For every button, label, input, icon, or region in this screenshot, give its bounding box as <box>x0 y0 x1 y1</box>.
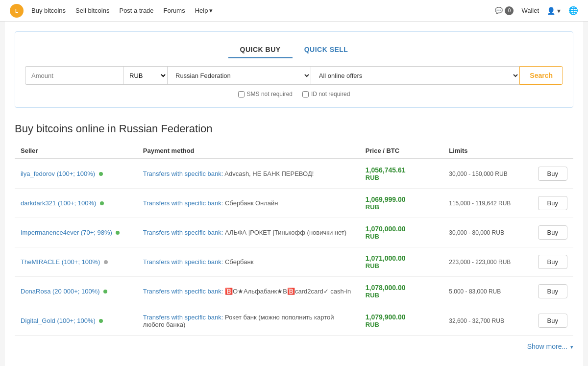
sms-checkbox[interactable] <box>238 91 245 98</box>
svg-text:L: L <box>15 8 18 14</box>
col-header-limits: Limits <box>443 143 532 159</box>
table-row: Impermanence4ever (70+; 98%) Transfers w… <box>15 218 573 247</box>
table-row: ilya_fedorov (100+; 100%) Transfers with… <box>15 159 573 189</box>
price-value-4: 1,078,000.00 <box>366 284 406 292</box>
offers-tbody: ilya_fedorov (100+; 100%) Transfers with… <box>15 159 573 336</box>
seller-link-4[interactable]: DonaRosa (20 000+; 100%) <box>21 288 100 295</box>
chevron-down-icon: ▾ <box>570 344 573 350</box>
buy-button-3[interactable]: Buy <box>538 255 567 269</box>
limits-value-0: 30,000 - 150,000 RUB <box>449 171 507 177</box>
payment-detail-3: Сбербанк <box>225 258 253 266</box>
user-menu[interactable]: 👤 ▾ <box>547 7 561 15</box>
cell-price-3: 1,071,000.00 RUB <box>360 247 443 277</box>
show-more-text: Show more... <box>527 342 567 350</box>
seller-link-1[interactable]: darkdark321 (100+; 100%) <box>21 199 96 207</box>
chat-count: 0 <box>505 6 514 15</box>
logo[interactable]: L <box>10 4 24 18</box>
payment-type-4: Transfers with specific bank: <box>143 288 223 295</box>
cell-seller-1: darkdark321 (100+; 100%) <box>15 189 137 218</box>
payment-detail-2: АЛЬФА |РОКЕТ |Тинькофф (новички нет) <box>225 229 346 236</box>
cell-payment-4: Transfers with specific bank: 🅱️O★Альфаб… <box>137 277 360 306</box>
cell-price-1: 1,069,999.00 RUB <box>360 189 443 218</box>
tab-quick-buy[interactable]: QUICK BUY <box>228 42 293 58</box>
price-value-0: 1,056,745.61 <box>366 166 406 174</box>
online-indicator <box>103 290 107 293</box>
cell-limits-5: 32,600 - 32,700 RUB <box>443 306 532 336</box>
price-currency-1: RUB <box>366 203 437 211</box>
col-header-action <box>532 143 573 159</box>
cell-action-4: Buy <box>532 277 573 306</box>
online-indicator <box>99 319 103 323</box>
seller-link-0[interactable]: ilya_fedorov (100+; 100%) <box>21 170 95 177</box>
cell-seller-5: Digital_Gold (100+; 100%) <box>15 306 137 336</box>
seller-link-3[interactable]: TheMIRACLE (100+; 100%) <box>21 258 100 266</box>
buy-button-1[interactable]: Buy <box>538 196 567 210</box>
chat-button[interactable]: 💬 0 <box>495 6 514 15</box>
cell-action-2: Buy <box>532 218 573 247</box>
header-right: 💬 0 Wallet 👤 ▾ 🌐 <box>495 6 578 15</box>
chevron-down-icon: ▾ <box>209 7 213 14</box>
payment-type-2: Transfers with specific bank: <box>143 229 223 236</box>
col-header-seller: Seller <box>15 143 137 159</box>
limits-value-4: 5,000 - 83,000 RUB <box>449 288 501 295</box>
cell-action-0: Buy <box>532 159 573 189</box>
id-checkbox[interactable] <box>302 91 309 98</box>
nav-post-trade[interactable]: Post a trade <box>119 7 153 14</box>
cell-price-5: 1,079,900.00 RUB <box>360 306 443 336</box>
nav-help[interactable]: Help ▾ <box>195 7 213 14</box>
payment-select[interactable]: All online offers <box>311 66 520 85</box>
buy-button-4[interactable]: Buy <box>538 284 567 298</box>
seller-link-2[interactable]: Impermanence4ever (70+; 98%) <box>21 229 112 236</box>
price-currency-4: RUB <box>366 292 437 299</box>
buy-button-0[interactable]: Buy <box>538 167 567 181</box>
show-more-link[interactable]: Show more... ▾ <box>527 342 573 350</box>
price-currency-5: RUB <box>366 321 437 328</box>
offline-indicator <box>104 260 108 264</box>
payment-type-1: Transfers with specific bank: <box>143 199 223 207</box>
tab-quick-sell[interactable]: QUICK SELL <box>293 42 360 58</box>
wallet-link[interactable]: Wallet <box>521 7 539 14</box>
col-header-price: Price / BTC <box>360 143 443 159</box>
price-currency-0: RUB <box>366 174 437 181</box>
buy-button-2[interactable]: Buy <box>538 225 567 240</box>
cell-limits-4: 5,000 - 83,000 RUB <box>443 277 532 306</box>
price-value-3: 1,071,000.00 <box>366 254 406 262</box>
id-label-text: ID not required <box>311 91 350 98</box>
cell-price-0: 1,056,745.61 RUB <box>360 159 443 189</box>
cell-payment-5: Transfers with specific bank: Рокет банк… <box>137 306 360 336</box>
sms-not-required-label[interactable]: SMS not required <box>238 91 293 98</box>
col-header-payment: Payment method <box>137 143 360 159</box>
options-row: SMS not required ID not required <box>25 91 563 98</box>
limits-value-2: 30,000 - 80,000 RUB <box>449 229 504 236</box>
cell-payment-3: Transfers with specific bank: Сбербанк <box>137 247 360 277</box>
id-not-required-label[interactable]: ID not required <box>302 91 350 98</box>
show-more-row: Show more... ▾ <box>15 336 573 350</box>
cell-payment-1: Transfers with specific bank: Сбербанк О… <box>137 189 360 218</box>
currency-select[interactable]: RUB <box>123 66 167 85</box>
search-button[interactable]: Search <box>519 66 563 85</box>
payment-detail-0: Advcash, НЕ БАНК ПЕРЕВОД! <box>224 170 314 177</box>
country-select[interactable]: Russian Federation <box>167 66 311 85</box>
user-dropdown-arrow: ▾ <box>557 7 561 15</box>
nav-buy-bitcoins[interactable]: Buy bitcoins <box>31 7 66 14</box>
table-row: darkdark321 (100+; 100%) Transfers with … <box>15 189 573 218</box>
nav-forums[interactable]: Forums <box>164 7 185 14</box>
seller-link-5[interactable]: Digital_Gold (100+; 100%) <box>21 317 96 324</box>
language-icon[interactable]: 🌐 <box>568 6 578 15</box>
cell-limits-0: 30,000 - 150,000 RUB <box>443 159 532 189</box>
cell-payment-2: Transfers with specific bank: АЛЬФА |РОК… <box>137 218 360 247</box>
online-indicator <box>100 201 104 205</box>
cell-seller-3: TheMIRACLE (100+; 100%) <box>15 247 137 277</box>
price-currency-2: RUB <box>366 233 437 240</box>
payment-type-3: Transfers with specific bank: <box>143 258 223 266</box>
buy-button-5[interactable]: Buy <box>538 314 567 328</box>
main-content: QUICK BUY QUICK SELL RUB Russian Federat… <box>5 22 583 366</box>
search-row: RUB Russian Federation All online offers… <box>25 66 563 85</box>
chat-icon: 💬 <box>495 7 503 14</box>
table-row: TheMIRACLE (100+; 100%) Transfers with s… <box>15 247 573 277</box>
amount-input[interactable] <box>25 66 123 85</box>
quick-panel: QUICK BUY QUICK SELL RUB Russian Federat… <box>15 31 573 108</box>
nav-sell-bitcoins[interactable]: Sell bitcoins <box>75 7 109 14</box>
payment-detail-1: Сбербанк Онлайн <box>225 199 278 207</box>
main-nav: Buy bitcoins Sell bitcoins Post a trade … <box>31 7 495 14</box>
